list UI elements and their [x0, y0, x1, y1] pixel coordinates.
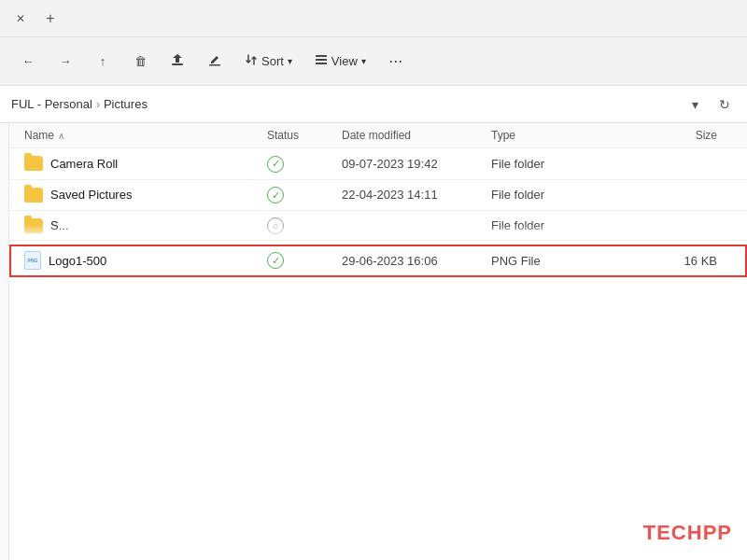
sidebar — [0, 123, 9, 560]
folder-icon — [24, 218, 43, 233]
toolbar: ← → ↑ 🗑 Sort ▾ — [0, 37, 747, 86]
breadcrumb-separator: › — [96, 98, 100, 111]
file-name: Logo1-500 — [49, 254, 106, 268]
view-icon — [315, 53, 328, 69]
col-header-date[interactable]: Date modified — [342, 129, 491, 142]
file-status: ✓ — [267, 252, 342, 270]
file-name-cell: Camera Roll — [24, 156, 267, 171]
share-button[interactable] — [161, 45, 194, 78]
tab-area: ✕ + — [7, 6, 63, 32]
tab-close-button[interactable]: ✕ — [7, 6, 34, 32]
delete-button[interactable]: 🗑 — [123, 45, 157, 78]
folder-icon — [24, 188, 43, 203]
status-check-icon: ✓ — [267, 187, 284, 203]
delete-icon: 🗑 — [134, 54, 147, 68]
address-controls: ▾ ↻ — [684, 93, 736, 116]
more-options-icon: ··· — [388, 51, 402, 71]
sort-arrow-icon: ∧ — [58, 131, 64, 141]
address-bar: FUL - Personal › Pictures ▾ ↻ — [0, 86, 747, 123]
file-status: ✓ — [267, 155, 342, 173]
file-name-cell: S... — [24, 218, 267, 233]
nav-up-button[interactable]: ↑ — [86, 45, 120, 78]
share-icon — [170, 52, 185, 70]
file-date: 22-04-2023 14:11 — [342, 188, 491, 202]
file-area: Name ∧ Status Date modified Type Size Ca… — [9, 123, 747, 560]
status-check-icon: ✓ — [267, 156, 284, 173]
file-type: File folder — [491, 188, 603, 202]
title-bar: ✕ + — [0, 0, 747, 37]
file-type: PNG File — [491, 254, 603, 268]
col-header-status[interactable]: Status — [267, 129, 342, 142]
rename-icon — [207, 52, 222, 70]
column-headers: Name ∧ Status Date modified Type Size — [9, 123, 747, 148]
svg-rect-2 — [316, 55, 327, 57]
file-status: ○ — [267, 217, 342, 234]
file-type: File folder — [491, 218, 603, 232]
svg-rect-3 — [316, 59, 327, 61]
col-header-size[interactable]: Size — [603, 129, 732, 142]
file-size: 16 KB — [603, 254, 732, 268]
refresh-button[interactable]: ↻ — [713, 93, 736, 116]
status-partial-icon: ○ — [267, 217, 284, 234]
watermark-text2: PP — [703, 521, 732, 544]
sort-chevron-icon: ▾ — [288, 56, 292, 66]
more-options-button[interactable]: ··· — [379, 45, 413, 78]
svg-rect-0 — [172, 63, 183, 65]
dropdown-icon: ▾ — [692, 97, 698, 112]
nav-forward-button[interactable]: → — [49, 45, 82, 78]
view-label: View — [331, 54, 358, 68]
file-row-selected[interactable]: Logo1-500 ✓ 29-06-2023 16:06 PNG File 16… — [9, 245, 747, 277]
svg-rect-4 — [316, 63, 327, 64]
nav-up-icon: ↑ — [100, 54, 106, 68]
file-date: 29-06-2023 16:06 — [342, 254, 491, 268]
main-layout: Name ∧ Status Date modified Type Size Ca… — [0, 123, 747, 560]
nav-forward-icon: → — [60, 54, 72, 68]
file-name: S... — [50, 218, 69, 232]
file-status: ✓ — [267, 187, 342, 204]
sort-arrows-icon — [245, 53, 258, 69]
png-file-icon — [24, 251, 41, 270]
breadcrumb: FUL - Personal › Pictures — [11, 97, 676, 111]
view-button[interactable]: View ▾ — [305, 45, 375, 78]
new-tab-button[interactable]: + — [37, 6, 63, 32]
file-row[interactable]: Camera Roll ✓ 09-07-2023 19:42 File fold… — [9, 148, 747, 180]
file-type: File folder — [491, 157, 603, 171]
view-chevron-icon: ▾ — [361, 56, 366, 66]
nav-back-button[interactable]: ← — [11, 45, 45, 78]
status-check-icon: ✓ — [267, 252, 284, 269]
refresh-icon: ↻ — [719, 97, 730, 112]
col-header-name[interactable]: Name ∧ — [24, 129, 267, 142]
file-name-cell: Saved Pictures — [24, 188, 267, 203]
address-dropdown-button[interactable]: ▾ — [684, 93, 706, 116]
sort-button[interactable]: Sort ▾ — [235, 45, 302, 78]
col-header-type[interactable]: Type — [491, 129, 603, 142]
svg-rect-1 — [209, 64, 220, 66]
rename-button[interactable] — [198, 45, 232, 78]
file-row[interactable]: S... ○ File folder — [9, 211, 747, 241]
file-name-cell: Logo1-500 — [24, 251, 267, 270]
file-date: 09-07-2023 19:42 — [342, 157, 491, 171]
folder-icon — [24, 156, 43, 171]
file-row[interactable]: Saved Pictures ✓ 22-04-2023 14:11 File f… — [9, 180, 747, 212]
watermark: TECHPP — [643, 521, 732, 545]
breadcrumb-part-1[interactable]: FUL - Personal — [11, 97, 92, 111]
file-name: Camera Roll — [50, 157, 118, 171]
nav-back-icon: ← — [22, 54, 35, 68]
sort-label: Sort — [261, 54, 284, 68]
watermark-text1: TECH — [643, 521, 703, 544]
file-name: Saved Pictures — [50, 188, 132, 202]
breadcrumb-part-2[interactable]: Pictures — [104, 97, 148, 111]
